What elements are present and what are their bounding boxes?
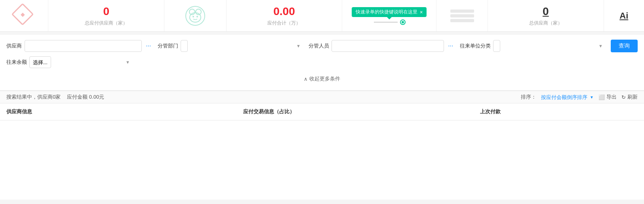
stat-gray-block: [436, 0, 488, 31]
dept-label: 分管部门: [158, 42, 178, 50]
col-header-supplier: 供应商信息: [6, 108, 243, 115]
unit-filter: 往来单位分类 ▼: [460, 40, 606, 52]
collapse-chevron-icon: ∧: [304, 76, 308, 82]
dept-arrow-icon: ▼: [296, 44, 301, 48]
sort-select[interactable]: 按应付会额倒序排序: [541, 94, 594, 100]
unit-select-wrapper: ▼: [493, 40, 606, 52]
sort-label: 排序：: [521, 93, 536, 101]
ai-label: Ai: [619, 11, 628, 21]
result-amount: 应付金额 0.00元: [67, 93, 104, 101]
suppliers-count: 0: [103, 5, 109, 18]
dept-select[interactable]: [181, 40, 188, 52]
tooltip-text: 快速录单的快捷键说明在这里: [356, 9, 417, 15]
supplier-dots-btn[interactable]: ···: [144, 42, 152, 50]
table-body: [0, 120, 644, 200]
filter-row-1: 供应商 ··· 分管部门 ▼ 分管人员 ··· 往来单位分类: [6, 40, 638, 52]
dept-filter: 分管部门 ▼: [158, 40, 304, 52]
filter-area: 供应商 ··· 分管部门 ▼ 分管人员 ··· 往来单位分类: [0, 35, 644, 91]
result-supplier-count: 搜索结果中，供应商0家: [6, 93, 61, 101]
result-stats: 搜索结果中，供应商0家 应付金额 0.00元: [6, 93, 104, 101]
person-label: 分管人员: [309, 42, 329, 50]
export-icon: ⬜: [598, 94, 605, 100]
result-actions: 排序： 按应付会额倒序排序 ▼ ⬜ 导出 ↻ 刷新: [521, 93, 638, 101]
bear-icon-block: [164, 0, 227, 31]
svg-point-4: [192, 16, 194, 17]
unit-arrow-icon: ▼: [598, 44, 603, 48]
stat-total-suppliers: 0 总供应商（家）: [488, 0, 604, 31]
balance-select-wrapper: 选择... ▼: [29, 56, 133, 68]
person-input[interactable]: [332, 40, 444, 52]
filter-row-2: 往来余额 选择... ▼: [6, 56, 133, 68]
diamond-icon: [15, 6, 34, 25]
sort-select-wrapper: 按应付会额倒序排序 ▼: [541, 94, 594, 100]
balance-select[interactable]: 选择...: [29, 56, 51, 68]
shortcut-tooltip: 快速录单的快捷键说明在这里 ×: [352, 7, 427, 17]
balance-label: 往来余额: [6, 59, 27, 66]
result-bar: 搜索结果中，供应商0家 应付金额 0.00元 排序： 按应付会额倒序排序 ▼ ⬜…: [0, 91, 644, 103]
refresh-button[interactable]: ↻ 刷新: [621, 93, 638, 101]
collapse-label: 收起更多条件: [309, 75, 340, 82]
supplier-filter: 供应商 ···: [6, 40, 153, 52]
unit-select[interactable]: [493, 40, 500, 52]
supplier-input[interactable]: [25, 40, 142, 52]
svg-point-3: [190, 13, 201, 22]
total-suppliers-label: 总供应商（家）: [529, 20, 562, 27]
collapse-row: ∧ 收起更多条件: [6, 72, 638, 87]
payable-total: 0.00: [273, 5, 295, 18]
export-button[interactable]: ⬜ 导出: [598, 93, 617, 101]
tooltip-area: 快速录单的快捷键说明在这里 ×: [342, 0, 436, 31]
query-button[interactable]: 查询: [611, 40, 638, 52]
svg-point-5: [196, 16, 198, 17]
stat-payable-total: 0.00 应付合计（万）: [227, 0, 343, 31]
person-dots-btn[interactable]: ···: [446, 42, 455, 50]
dept-select-wrapper: ▼: [181, 40, 304, 52]
total-suppliers-count: 0: [543, 5, 549, 18]
unit-label: 往来单位分类: [460, 42, 491, 50]
collapse-btn[interactable]: ∧ 收起更多条件: [299, 74, 345, 84]
diamond-icon-block: [0, 0, 48, 31]
stats-bar: 0 总应付供应商（家） 0.00 应付合计（万） 快速录单的快捷键说明在这里: [0, 0, 644, 32]
stat-total-payable-suppliers: 0 总应付供应商（家）: [48, 0, 164, 31]
tooltip-close-btn[interactable]: ×: [420, 10, 423, 15]
refresh-label: 刷新: [627, 93, 638, 101]
payable-label: 应付合计（万）: [267, 20, 301, 27]
refresh-icon: ↻: [621, 94, 626, 100]
export-label: 导出: [606, 93, 617, 101]
suppliers-label: 总应付供应商（家）: [85, 20, 128, 27]
balance-filter: 往来余额 选择... ▼: [6, 56, 133, 68]
balance-arrow-icon: ▼: [126, 60, 130, 65]
table-header: 供应商信息 应付交易信息（占比） 上次付款: [0, 103, 644, 120]
col-header-last-payment: 上次付款: [480, 108, 638, 115]
bear-icon: [185, 6, 206, 26]
ai-block: Ai: [604, 0, 644, 31]
col-header-transaction: 应付交易信息（占比）: [243, 108, 480, 115]
supplier-label: 供应商: [6, 42, 22, 50]
person-filter: 分管人员 ···: [309, 40, 455, 52]
